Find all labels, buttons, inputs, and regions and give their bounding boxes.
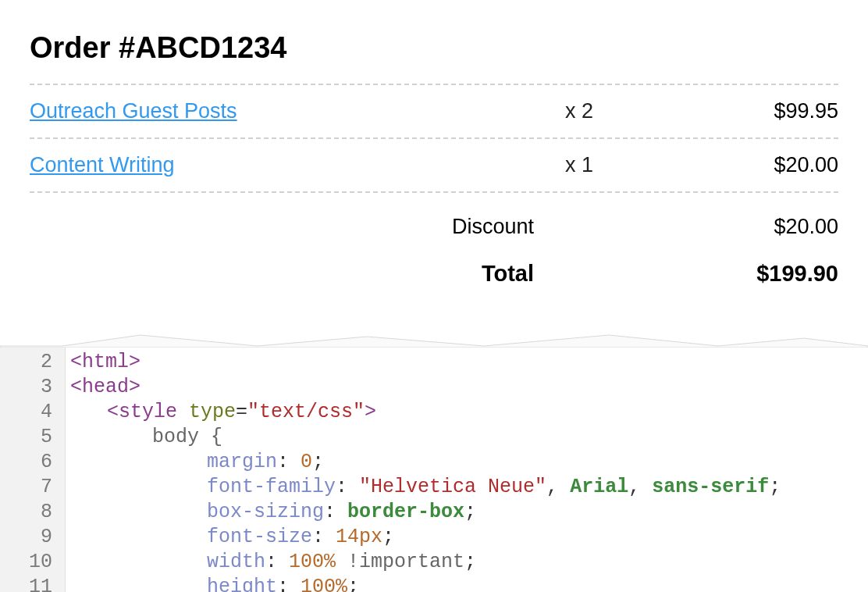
- discount-value: $20.00: [698, 215, 838, 239]
- line-number: 9: [0, 525, 57, 550]
- code-line[interactable]: <head>: [70, 375, 781, 400]
- code-line[interactable]: <html>: [70, 350, 781, 375]
- order-item-row: Content Writing x 1 $20.00: [30, 139, 838, 191]
- discount-label: Discount: [30, 215, 698, 239]
- order-item-price: $20.00: [698, 153, 838, 177]
- order-item-price: $99.95: [698, 99, 838, 123]
- code-content[interactable]: <html><head><style type="text/css">body …: [66, 348, 781, 592]
- line-number: 4: [0, 400, 57, 425]
- order-invoice: Order #ABCD1234 Outreach Guest Posts x 2…: [0, 0, 868, 321]
- code-editor: 23456789101112 <html><head><style type="…: [0, 329, 868, 592]
- line-number: 11: [0, 575, 57, 592]
- line-number: 7: [0, 475, 57, 500]
- line-number: 3: [0, 375, 57, 400]
- code-line[interactable]: font-size: 14px;: [70, 525, 781, 550]
- code-line[interactable]: box-sizing: border-box;: [70, 500, 781, 525]
- line-number: 8: [0, 500, 57, 525]
- line-number: 5: [0, 425, 57, 450]
- code-line[interactable]: height: 100%;: [70, 575, 781, 592]
- line-number: 2: [0, 350, 57, 375]
- line-number: 6: [0, 450, 57, 475]
- code-line[interactable]: width: 100% !important;: [70, 550, 781, 575]
- order-items: Outreach Guest Posts x 2 $99.95 Content …: [30, 85, 838, 193]
- order-item-qty: x 1: [565, 153, 698, 177]
- torn-edge-decoration: [0, 329, 868, 348]
- code-line[interactable]: font-family: "Helvetica Neue", Arial, sa…: [70, 475, 781, 500]
- divider: [30, 191, 838, 193]
- code-line[interactable]: <style type="text/css">: [70, 400, 781, 425]
- total-row: Total $199.90: [30, 250, 838, 298]
- code-line[interactable]: margin: 0;: [70, 450, 781, 475]
- order-item-name: Outreach Guest Posts: [30, 99, 565, 123]
- order-item-link[interactable]: Outreach Guest Posts: [30, 99, 237, 123]
- total-value: $199.90: [698, 261, 838, 287]
- order-item-name: Content Writing: [30, 153, 565, 177]
- total-label: Total: [30, 261, 698, 287]
- order-item-link[interactable]: Content Writing: [30, 153, 175, 177]
- order-item-qty: x 2: [565, 99, 698, 123]
- line-gutter: 23456789101112: [0, 348, 66, 592]
- code-line[interactable]: body {: [70, 425, 781, 450]
- order-title: Order #ABCD1234: [30, 31, 838, 65]
- code-area[interactable]: 23456789101112 <html><head><style type="…: [0, 348, 868, 592]
- order-summary: Discount $20.00 Total $199.90: [30, 204, 838, 298]
- discount-row: Discount $20.00: [30, 204, 838, 250]
- order-item-row: Outreach Guest Posts x 2 $99.95: [30, 85, 838, 137]
- line-number: 10: [0, 550, 57, 575]
